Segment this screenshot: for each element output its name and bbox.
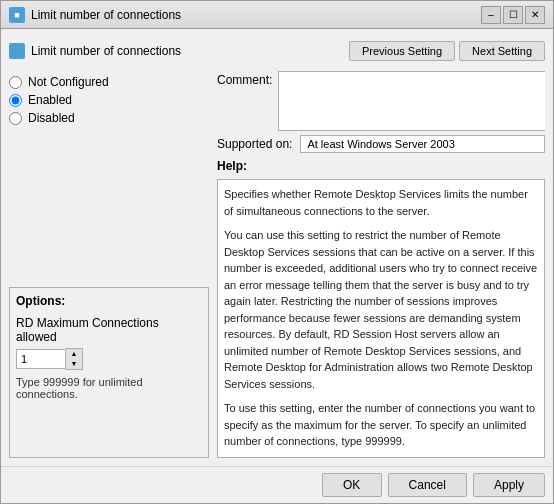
spinner-down-button[interactable]: ▼ — [66, 359, 82, 369]
radio-group: Not Configured Enabled Disabled — [9, 71, 209, 129]
radio-disabled-input[interactable] — [9, 112, 22, 125]
window-title: Limit number of connections — [31, 8, 181, 22]
radio-enabled-label: Enabled — [28, 93, 72, 107]
spinner-row: ▲ ▼ — [16, 348, 202, 370]
connections-spinner-input[interactable] — [16, 349, 66, 369]
title-buttons: – ☐ ✕ — [481, 6, 545, 24]
radio-disabled[interactable]: Disabled — [9, 111, 209, 125]
close-button[interactable]: ✕ — [525, 6, 545, 24]
help-para-4: If the status is set to Enabled, the max… — [224, 458, 538, 459]
help-para-3: To use this setting, enter the number of… — [224, 400, 538, 450]
options-section: Options: RD Maximum Connections allowed … — [9, 287, 209, 459]
maximize-button[interactable]: ☐ — [503, 6, 523, 24]
radio-enabled[interactable]: Enabled — [9, 93, 209, 107]
comment-row: Comment: — [217, 71, 545, 131]
apply-button[interactable]: Apply — [473, 473, 545, 497]
next-setting-button[interactable]: Next Setting — [459, 41, 545, 61]
connections-hint: Type 999999 for unlimited connections. — [16, 376, 202, 400]
comment-supported-area: Comment: Supported on: At least Windows … — [217, 71, 545, 153]
content-area: Limit number of connections Previous Set… — [1, 29, 553, 466]
radio-not-configured[interactable]: Not Configured — [9, 75, 209, 89]
right-column: Comment: Supported on: At least Windows … — [217, 71, 545, 458]
window-icon: ■ — [9, 7, 25, 23]
minimize-button[interactable]: – — [481, 6, 501, 24]
header-row: Limit number of connections Previous Set… — [9, 37, 545, 65]
header-buttons: Previous Setting Next Setting — [349, 41, 545, 61]
main-window: ■ Limit number of connections – ☐ ✕ Limi… — [0, 0, 554, 504]
header-icon — [9, 43, 25, 59]
comment-label: Comment: — [217, 71, 272, 87]
comment-input-wrapper — [278, 71, 545, 131]
help-text-box[interactable]: Specifies whether Remote Desktop Service… — [217, 179, 545, 458]
cancel-button[interactable]: Cancel — [388, 473, 467, 497]
title-bar-left: ■ Limit number of connections — [9, 7, 181, 23]
ok-button[interactable]: OK — [322, 473, 382, 497]
supported-label: Supported on: — [217, 137, 292, 151]
header-title-text: Limit number of connections — [31, 44, 181, 58]
options-title: Options: — [16, 294, 202, 308]
left-column: Not Configured Enabled Disabled Option — [9, 71, 209, 458]
two-column-layout: Not Configured Enabled Disabled Option — [9, 71, 545, 458]
supported-row: Supported on: At least Windows Server 20… — [217, 135, 545, 153]
supported-value: At least Windows Server 2003 — [300, 135, 545, 153]
help-para-1: Specifies whether Remote Desktop Service… — [224, 186, 538, 219]
radio-not-configured-input[interactable] — [9, 76, 22, 89]
comment-textarea[interactable] — [278, 71, 545, 131]
help-title: Help: — [217, 159, 545, 173]
bottom-bar: OK Cancel Apply — [1, 466, 553, 503]
title-bar: ■ Limit number of connections – ☐ ✕ — [1, 1, 553, 29]
rd-connections-label: RD Maximum Connections allowed — [16, 316, 202, 344]
radio-not-configured-label: Not Configured — [28, 75, 109, 89]
help-area: Help: Specifies whether Remote Desktop S… — [217, 159, 545, 458]
help-para-2: You can use this setting to restrict the… — [224, 227, 538, 392]
radio-disabled-label: Disabled — [28, 111, 75, 125]
header-title: Limit number of connections — [9, 43, 181, 59]
previous-setting-button[interactable]: Previous Setting — [349, 41, 455, 61]
radio-enabled-input[interactable] — [9, 94, 22, 107]
spinner-up-button[interactable]: ▲ — [66, 349, 82, 359]
spinner-buttons: ▲ ▼ — [66, 348, 83, 370]
help-content: Specifies whether Remote Desktop Service… — [224, 186, 538, 458]
